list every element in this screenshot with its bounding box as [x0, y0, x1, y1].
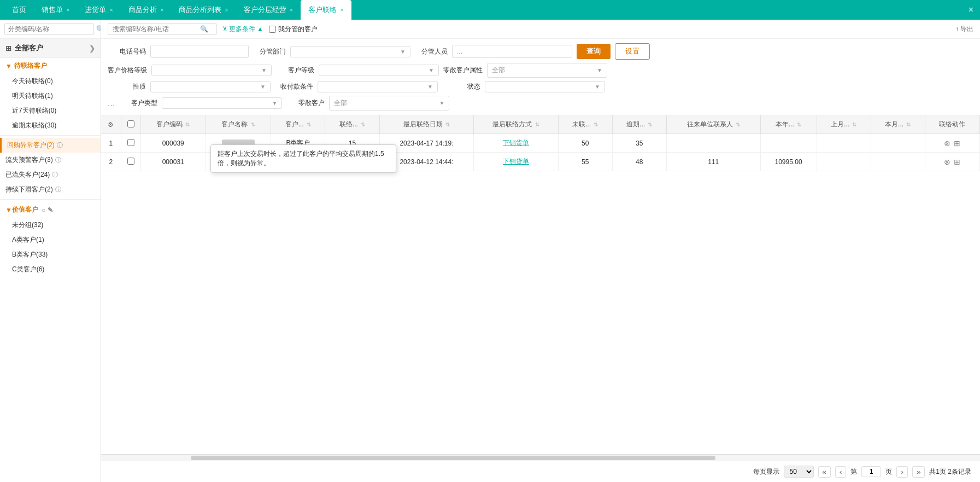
status-select[interactable]: ▼ [485, 81, 605, 92]
payment-select[interactable]: ▼ [318, 81, 438, 92]
sidebar-overdue-pending[interactable]: 逾期未联络(30) [0, 118, 101, 133]
this-month-sort-icon[interactable]: ⇅ [906, 121, 911, 127]
value-circle-icon[interactable]: ○ [42, 206, 45, 214]
sidebar-a-customers[interactable]: A类客户(1) [0, 233, 101, 247]
retail-attr-select[interactable]: 全部 ▼ [487, 63, 607, 78]
repurchase-info-icon[interactable]: ⓘ [57, 141, 63, 149]
my-customers-checkbox-wrap[interactable]: 我分管的客户 [269, 25, 318, 34]
sidebar-c-customers[interactable]: C类客户(6) [0, 262, 101, 277]
th-name[interactable]: 客户名称 ⇅ [206, 115, 271, 134]
lost-preview-info-icon[interactable]: ⓘ [55, 156, 61, 164]
close-all-tabs-button[interactable]: × [969, 5, 973, 15]
td-last-method-0[interactable]: 下销货单 [474, 134, 558, 153]
per-page-select[interactable]: 50 100 200 [784, 466, 814, 478]
more-conditions-button[interactable]: ⊻ 更多条件 ▲ [222, 25, 263, 34]
sidebar-continuous-down[interactable]: 持续下滑客户(2) ⓘ [0, 182, 101, 197]
code-sort-icon[interactable]: ⇅ [185, 121, 190, 127]
this-year-sort-icon[interactable]: ⇅ [797, 121, 801, 127]
th-customer-type[interactable]: 客户... ⇅ [271, 115, 325, 134]
sidebar-all-customers[interactable]: ⊞ 全部客户 ❯ [0, 39, 101, 58]
sidebar-lost-preview[interactable]: 流失预警客户(3) ⓘ [0, 153, 101, 167]
th-uncontacted[interactable]: 未联... ⇅ [558, 115, 612, 134]
last-method-link-0[interactable]: 下销货单 [503, 139, 529, 147]
nav-purchase[interactable]: 进货单 × [77, 0, 120, 20]
price-level-select[interactable]: ▼ [151, 65, 272, 76]
sidebar-today-pending[interactable]: 今天待联络(0) [0, 74, 101, 89]
last-method-link-1[interactable]: 下销货单 [503, 158, 529, 165]
nav-sales[interactable]: 销售单 × [34, 0, 77, 20]
sidebar-pending-section[interactable]: ▼ 待联络客户 [0, 58, 101, 74]
type-sort-icon[interactable]: ⇅ [307, 121, 311, 127]
retail-customer-select[interactable]: 全部 ▼ [329, 96, 449, 111]
export-button[interactable]: ↑ 导出 [955, 25, 973, 34]
personnel-select[interactable]: ... [452, 45, 572, 58]
action-contact-icon-1[interactable]: ⊗ [944, 158, 950, 166]
th-code[interactable]: 客户编码 ⇅ [140, 115, 206, 134]
first-page-button[interactable]: « [818, 466, 831, 478]
th-this-month[interactable]: 本月... ⇅ [871, 115, 925, 134]
customer-level-select[interactable]: ▼ [319, 65, 439, 76]
close-purchase-icon[interactable]: × [109, 7, 113, 13]
sidebar-value-customers[interactable]: ▼ 价值客户 ○ ✎ [0, 202, 101, 218]
th-contacts[interactable]: 往来单位联系人 ⇅ [666, 115, 760, 134]
nav-product-analysis[interactable]: 商品分析 × [121, 0, 171, 20]
horizontal-scrollbar[interactable] [101, 454, 980, 461]
nav-home[interactable]: 首页 [4, 0, 34, 20]
my-customers-checkbox[interactable] [269, 26, 276, 33]
action-contact-icon-0[interactable]: ⊗ [944, 139, 950, 148]
last-page-button[interactable]: » [912, 466, 925, 478]
sidebar-b-customers[interactable]: B类客户(33) [0, 247, 101, 262]
sidebar-search-input[interactable] [4, 23, 94, 35]
page-input[interactable] [861, 466, 881, 477]
scrollbar-thumb[interactable] [191, 456, 715, 460]
nav-product-list[interactable]: 商品分析列表 × [171, 0, 236, 20]
phone-input[interactable] [150, 45, 249, 58]
sidebar-7days-pending[interactable]: 近7天待联络(0) [0, 103, 101, 118]
th-settings[interactable]: ⚙ [101, 115, 121, 134]
uncontacted-sort-icon[interactable]: ⇅ [594, 121, 598, 127]
settings-icon[interactable]: ⚙ [108, 121, 114, 129]
name-sort-icon[interactable]: ⇅ [251, 121, 255, 127]
td-checkbox-0[interactable] [121, 134, 140, 153]
dept-select[interactable]: ▼ [290, 46, 410, 57]
sidebar-collapse-icon[interactable]: ❯ [89, 44, 95, 53]
filter-more-dots[interactable]: ... [108, 98, 115, 108]
search-input[interactable] [113, 25, 200, 33]
td-checkbox-1[interactable] [121, 153, 140, 171]
close-sales-icon[interactable]: × [66, 7, 69, 13]
row-checkbox-1[interactable] [127, 158, 134, 165]
th-contact-count[interactable]: 联络... ⇅ [325, 115, 379, 134]
last-method-sort-icon[interactable]: ⇅ [535, 121, 539, 127]
next-page-button[interactable]: › [896, 466, 907, 478]
contacts-sort-icon[interactable]: ⇅ [736, 121, 740, 127]
prev-page-button[interactable]: ‹ [835, 466, 846, 478]
select-all-checkbox[interactable] [127, 120, 134, 127]
continuous-down-info-icon[interactable]: ⓘ [55, 185, 61, 194]
nav-customer-contact[interactable]: 客户联络 × [301, 0, 351, 20]
th-checkbox[interactable] [121, 115, 140, 134]
action-more-icon-1[interactable]: ⊞ [954, 158, 960, 166]
th-overdue[interactable]: 逾期... ⇅ [612, 115, 666, 134]
query-button[interactable]: 查询 [577, 44, 611, 59]
sidebar-tomorrow-pending[interactable]: 明天待联络(1) [0, 89, 101, 103]
sidebar-repurchase-abnormal[interactable]: 回购异常客户(2) ⓘ [0, 138, 101, 153]
row-checkbox-0[interactable] [127, 139, 134, 146]
action-more-icon-0[interactable]: ⊞ [954, 139, 960, 148]
close-product-list-icon[interactable]: × [225, 7, 228, 13]
customer-type-select[interactable]: ▼ [162, 97, 282, 109]
value-edit-icon[interactable]: ✎ [48, 206, 53, 214]
close-product-analysis-icon[interactable]: × [160, 7, 163, 13]
th-last-contact-method[interactable]: 最后联络方式 ⇅ [474, 115, 558, 134]
close-customer-contact-icon[interactable]: × [340, 7, 343, 13]
gender-select[interactable]: ▼ [150, 81, 271, 92]
set-button[interactable]: 设置 [615, 43, 650, 60]
th-this-year[interactable]: 本年... ⇅ [760, 115, 817, 134]
contact-count-sort-icon[interactable]: ⇅ [361, 121, 365, 127]
th-last-month[interactable]: 上月... ⇅ [817, 115, 871, 134]
overdue-sort-icon[interactable]: ⇅ [648, 121, 652, 127]
sidebar-already-lost[interactable]: 已流失客户(24) ⓘ [0, 167, 101, 182]
nav-customer-segment[interactable]: 客户分层经营 × [236, 0, 301, 20]
sidebar-unclassified[interactable]: 未分组(32) [0, 218, 101, 233]
last-month-sort-icon[interactable]: ⇅ [852, 121, 856, 127]
last-date-sort-icon[interactable]: ⇅ [445, 121, 450, 127]
